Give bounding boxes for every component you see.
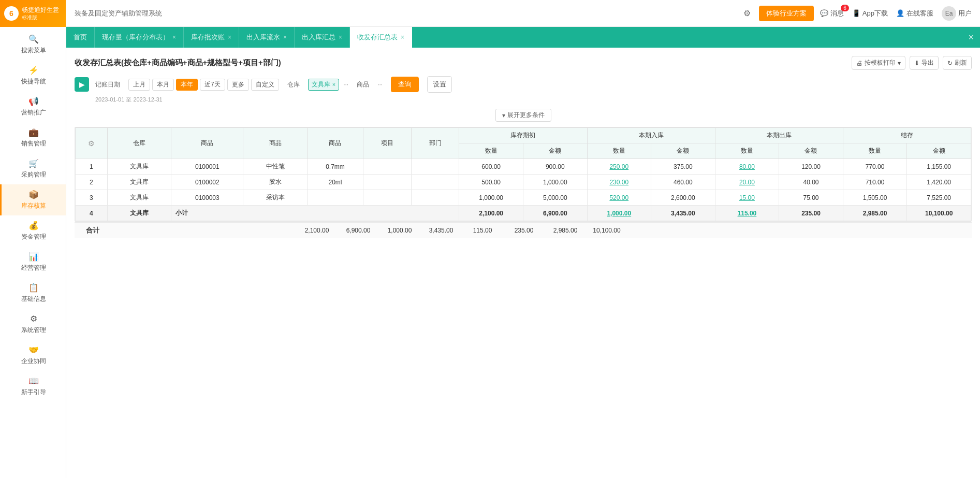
row-opening-qty: 1,000.00 (459, 190, 523, 206)
sidebar-item-采购管理[interactable]: 🛒采购管理 (0, 153, 66, 184)
tab-close-icon[interactable]: × (339, 34, 342, 41)
print-btn[interactable]: 🖨 按模板打印 ▾ (852, 56, 905, 70)
row-out-qty[interactable]: 80.00 (715, 159, 779, 175)
goods-more-btn[interactable]: ··· (377, 81, 383, 88)
settings-btn[interactable]: 设置 (427, 76, 452, 93)
footer-cells: 2,100.00 6,900.00 1,000.00 3,435.00 115.… (296, 227, 968, 234)
table-row: 2 文具库 0100002 胶水 20ml 500.00 1,000.00 23… (76, 175, 971, 190)
tab-出入库流水[interactable]: 出入库流水× (239, 27, 295, 48)
topbar: 装备及固定资产辅助管理系统 ⚙ 体验行业方案 💬 消息 6 📱 App下载 👤 … (66, 0, 980, 27)
row-in-amt: 2,600.00 (651, 190, 715, 206)
sidebar-item-资金管理[interactable]: 💰资金管理 (0, 215, 66, 247)
tabbar-close-btn[interactable]: × (962, 32, 980, 43)
col-bal-amt-header: 金额 (907, 143, 971, 159)
tab-close-icon[interactable]: × (283, 34, 287, 41)
col-spec-header: 商品 (307, 128, 363, 159)
total-balance-amt: 10,100.00 (586, 227, 627, 234)
settings-icon[interactable]: ⚙ (743, 8, 751, 18)
tab-库存批次账[interactable]: 库存批次账× (184, 27, 239, 48)
expand-btn[interactable]: ▾ 展开更多条件 (495, 109, 551, 122)
row-in-qty[interactable]: 520.00 (587, 190, 651, 206)
demo-btn[interactable]: 体验行业方案 (759, 6, 814, 21)
tab-label: 现存量（库存分布表） (102, 33, 169, 42)
sidebar-item-label: 资金管理 (21, 233, 46, 241)
row-opening-amt: 900.00 (523, 159, 587, 175)
date-btn-本月[interactable]: 本月 (152, 79, 174, 91)
page-header: 收发存汇总表(按仓库+商品编码+商品+规格型号+项目+部门) 🖨 按模板打印 ▾… (75, 56, 972, 70)
row-out-qty[interactable]: 15.00 (715, 190, 779, 206)
sidebar-icon: 🔍 (28, 34, 39, 44)
sidebar-item-营销推广[interactable]: 📢营销推广 (0, 91, 66, 122)
warehouse-more-btn[interactable]: ··· (343, 81, 348, 88)
row-spec (307, 190, 363, 206)
date-range: 2023-01-01 至 2023-12-31 (95, 96, 972, 104)
sidebar-icon: 🤝 (28, 345, 39, 355)
row-balance-amt: 1,155.00 (907, 159, 971, 175)
row-dept (411, 159, 459, 175)
subtotal-label: 小计 (171, 206, 459, 221)
col-code-header: 商品 (171, 128, 243, 159)
tab-close-icon[interactable]: × (172, 34, 176, 41)
sidebar-item-快捷导航[interactable]: ⚡快捷导航 (0, 60, 66, 91)
sidebar-item-销售管理[interactable]: 💼销售管理 (0, 122, 66, 153)
row-balance-amt: 1,420.00 (907, 175, 971, 190)
row-project (363, 190, 412, 206)
subtotal-out-qty[interactable]: 115.00 (715, 206, 779, 221)
sidebar-item-系统管理[interactable]: ⚙系统管理 (0, 309, 66, 340)
row-spec: 0.7mm (307, 159, 363, 175)
tab-close-icon[interactable]: × (401, 34, 404, 41)
tab-出入库汇总[interactable]: 出入库汇总× (295, 27, 350, 48)
date-btn-本年[interactable]: 本年 (176, 79, 198, 91)
online-service-btn[interactable]: 👤 在线客服 (896, 9, 933, 18)
row-no: 1 (76, 159, 108, 175)
sidebar-item-搜索菜单[interactable]: 🔍搜索菜单 (0, 29, 66, 60)
refresh-btn[interactable]: ↻ 刷新 (943, 56, 972, 70)
col-opening-header: 库存期初 (459, 128, 587, 143)
sidebar-nav: 🔍搜索菜单⚡快捷导航📢营销推广💼销售管理🛒采购管理📦库存核算💰资金管理📊经营管理… (0, 27, 66, 478)
message-badge: 6 (841, 5, 849, 11)
message-btn[interactable]: 💬 消息 6 (820, 9, 844, 18)
col-in-amt-header: 金额 (651, 143, 715, 159)
tab-现存量（库存分布表）[interactable]: 现存量（库存分布表）× (95, 27, 184, 48)
col-bal-qty-header: 数量 (843, 143, 907, 159)
warehouse-tag-close[interactable]: × (332, 81, 335, 88)
filter-toggle-btn[interactable]: ▶ (75, 77, 89, 92)
date-btn-上月[interactable]: 上月 (128, 79, 150, 91)
user-label: 用户 (958, 9, 972, 18)
sidebar-item-新手引导[interactable]: 📖新手引导 (0, 371, 66, 402)
sidebar-item-label: 快捷导航 (21, 77, 46, 86)
row-in-qty[interactable]: 250.00 (587, 159, 651, 175)
tabbar: 首页现存量（库存分布表）×库存批次账×出入库流水×出入库汇总×收发存汇总表× × (66, 27, 980, 48)
app-download-btn[interactable]: 📱 App下载 (852, 9, 888, 18)
filter-content: 记账日期 上月本月本年近7天更多自定义 仓库 文具库 × ··· 商 (95, 76, 972, 104)
col-out-header: 本期出库 (715, 128, 843, 143)
subtotal-in-amt: 3,435.00 (651, 206, 715, 221)
subtotal-in-qty[interactable]: 1,000.00 (587, 206, 651, 221)
date-btn-自定义[interactable]: 自定义 (251, 79, 279, 91)
sidebar-item-基础信息[interactable]: 📋基础信息 (0, 278, 66, 309)
sidebar-item-经营管理[interactable]: 📊经营管理 (0, 247, 66, 278)
col-dept-header: 部门 (411, 128, 459, 159)
query-btn[interactable]: 查询 (391, 77, 419, 92)
row-code: 0100003 (171, 190, 243, 206)
tab-首页[interactable]: 首页 (66, 27, 95, 48)
tab-close-icon[interactable]: × (228, 34, 231, 41)
table-settings-icon[interactable]: ⚙ (88, 139, 95, 148)
export-btn[interactable]: ⬇ 导出 (910, 56, 939, 70)
row-goods: 中性笔 (243, 159, 308, 175)
row-in-qty[interactable]: 230.00 (587, 175, 651, 190)
row-out-amt: 75.00 (779, 190, 843, 206)
row-dept (411, 190, 459, 206)
tab-收发存汇总表[interactable]: 收发存汇总表× (350, 27, 412, 48)
row-balance-qty: 710.00 (843, 175, 907, 190)
filter-area: ▶ 记账日期 上月本月本年近7天更多自定义 仓库 文具库 × (75, 76, 972, 104)
row-out-qty[interactable]: 20.00 (715, 175, 779, 190)
date-btn-近7天[interactable]: 近7天 (200, 79, 225, 91)
date-btn-更多[interactable]: 更多 (227, 79, 249, 91)
sidebar-item-企业协同[interactable]: 🤝企业协同 (0, 340, 66, 371)
row-in-amt: 375.00 (651, 159, 715, 175)
sidebar-item-库存核算[interactable]: 📦库存核算 (0, 184, 66, 215)
user-btn[interactable]: Ea 用户 (942, 6, 972, 21)
expand-row: ▾ 展开更多条件 (75, 109, 972, 122)
row-goods: 采访本 (243, 190, 308, 206)
